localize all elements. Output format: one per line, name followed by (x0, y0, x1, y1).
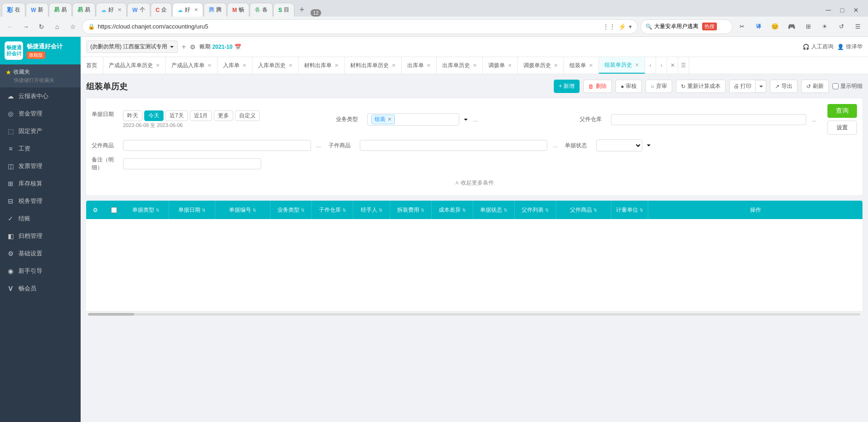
biz-type-more-icon[interactable]: ... (471, 116, 480, 123)
th-order-no[interactable]: 单据编号 ⇅ (215, 201, 270, 219)
period-settings[interactable]: ⚙ (190, 43, 196, 51)
custom-date-button[interactable]: 自定义 (235, 110, 260, 121)
service-button[interactable]: 🎧 人工咨询 (803, 43, 833, 51)
tab-prod-in[interactable]: 产成品入库单✕ (166, 57, 217, 74)
th-child-warehouse[interactable]: 子件仓库 ⇅ (312, 201, 353, 219)
browser-tab-1[interactable]: 彩 在 (2, 3, 25, 17)
th-order-date[interactable]: 单据日期 ⇅ (169, 201, 215, 219)
th-handler[interactable]: 经手人 ⇅ (353, 201, 390, 219)
calendar-icon[interactable]: 📅 (235, 44, 241, 50)
maximize-button[interactable]: □ (836, 4, 849, 17)
biz-type-input[interactable]: 组装 ✕ (367, 113, 459, 126)
tab-close-mat-out-history[interactable]: ✕ (392, 63, 396, 69)
favorites-sub-label[interactable]: 快捷键打开收藏夹 (6, 77, 75, 84)
tab-in-history[interactable]: 入库单历史✕ (252, 57, 299, 74)
th-cost-diff[interactable]: 成本差异 ⇅ (432, 201, 473, 219)
tab-close-assemble-history[interactable]: ✕ (554, 63, 558, 69)
th-unit[interactable]: 计量单位 ⇅ (611, 201, 648, 219)
filter-settings-button[interactable]: 设置 (827, 121, 857, 135)
tab-close-combine[interactable]: ✕ (589, 63, 593, 69)
tab-close-combine-history[interactable]: ✕ (635, 62, 639, 68)
parent-warehouse-more-icon[interactable]: ... (810, 116, 818, 123)
forward-button[interactable]: → (19, 20, 32, 33)
tab-close-5[interactable]: ✕ (117, 7, 122, 13)
show-detail-checkbox[interactable] (833, 83, 839, 89)
parent-goods-more-icon[interactable]: ... (315, 142, 323, 149)
user-profile-button[interactable]: 👤 徐泽华 (837, 43, 862, 51)
week-button[interactable]: 近7天 (165, 110, 188, 121)
bookmark-button[interactable]: ☆ (66, 20, 79, 33)
tab-prod-in-history[interactable]: 产成品入库单历史✕ (103, 57, 166, 74)
address-bar[interactable]: 🔒 https://cloud.chanjet.com/accounting/u… (82, 19, 638, 34)
browser-tab-6[interactable]: W 个 (127, 3, 150, 17)
tab-assemble[interactable]: 调拨单✕ (483, 57, 518, 74)
emoji-icon[interactable]: 😊 (768, 20, 781, 33)
th-settings[interactable]: ⚙ (86, 207, 105, 214)
tab-close-assemble[interactable]: ✕ (508, 63, 512, 69)
th-order-type[interactable]: 单据类型 ⇅ (123, 201, 169, 219)
sidebar-item-archive[interactable]: ◧ 归档管理 (0, 227, 81, 245)
print-button[interactable]: 🖨 打印 (730, 80, 756, 92)
tabs-prev-button[interactable]: ‹ (645, 57, 656, 74)
tabs-next-button[interactable]: › (656, 57, 667, 74)
order-status-select[interactable]: 草稿 已审核 (596, 139, 642, 151)
abandon-button[interactable]: ○ 弃审 (645, 80, 672, 93)
sidebar-item-vip[interactable]: V 畅会员 (0, 280, 81, 297)
yesterday-button[interactable]: 昨天 (123, 110, 142, 121)
close-button[interactable]: ✕ (850, 4, 862, 17)
tab-out-history[interactable]: 出库单历史✕ (437, 57, 483, 74)
browser-tab-2[interactable]: W 新 (26, 3, 48, 17)
sun-icon[interactable]: ☀ (818, 20, 831, 33)
month-button[interactable]: 近1月 (190, 110, 212, 121)
remove-biz-type-tag[interactable]: ✕ (387, 116, 392, 122)
tab-close-out-history[interactable]: ✕ (473, 63, 477, 69)
tab-close-in-history[interactable]: ✕ (288, 63, 293, 69)
sidebar-item-settings[interactable]: ⚙ 基础设置 (0, 245, 81, 262)
biz-type-dropdown-icon[interactable] (464, 119, 468, 121)
tabs-menu-button[interactable]: ☰ (678, 57, 689, 74)
back-button[interactable]: ← (4, 20, 17, 33)
parent-goods-input[interactable] (123, 140, 311, 151)
sidebar-item-inventory[interactable]: ⊞ 库存核算 (0, 175, 81, 192)
sidebar-item-guide[interactable]: ◉ 新手引导 (0, 262, 81, 280)
tab-close-out-order[interactable]: ✕ (427, 63, 431, 69)
new-tab-button[interactable]: + (295, 3, 309, 17)
print-dropdown-button[interactable] (756, 81, 766, 92)
parent-warehouse-input[interactable] (611, 114, 806, 125)
notes-input[interactable] (123, 158, 261, 169)
sidebar-item-payroll[interactable]: ≡ 工资 (0, 140, 81, 157)
tabs-close-button[interactable]: ✕ (667, 57, 678, 74)
sidebar-item-fixed-asset[interactable]: ⬚ 固定资产 (0, 122, 81, 140)
refresh-button[interactable]: ↻ (35, 20, 48, 33)
game-icon[interactable]: 🎮 (785, 20, 798, 33)
scissors-icon[interactable]: ✂ (735, 20, 748, 33)
audit-button[interactable]: ● 审核 (616, 80, 642, 93)
sidebar-item-invoice[interactable]: ◫ 发票管理 (0, 157, 81, 175)
add-button-area[interactable]: + (182, 43, 186, 51)
translate-icon[interactable]: 译 (752, 20, 765, 33)
browser-tab-8[interactable]: ☁ 好 ✕ (172, 3, 203, 17)
sidebar-item-checkout[interactable]: ✓ 结账 (0, 210, 81, 227)
export-button[interactable]: ↗ 导出 (770, 80, 798, 93)
sidebar-item-cloud-report[interactable]: ☁ 云报表中心 (0, 87, 81, 105)
tab-combine[interactable]: 组装单✕ (564, 57, 599, 74)
child-goods-input[interactable] (360, 140, 548, 151)
query-button[interactable]: 查询 (827, 104, 857, 118)
browser-tab-7[interactable]: C 企 (151, 3, 172, 17)
select-all-checkbox[interactable] (111, 207, 117, 213)
today-button[interactable]: 今天 (144, 110, 164, 121)
company-selector[interactable]: (勿删勿禁用) 江西服宝测试专用 (86, 40, 178, 53)
recalc-button[interactable]: ↻ 重新计算成本 (676, 80, 726, 93)
tab-close-prod-in-history[interactable]: ✕ (156, 63, 160, 69)
tab-in-order[interactable]: 入库单✕ (217, 57, 252, 74)
tab-close-in-order[interactable]: ✕ (242, 63, 246, 69)
child-goods-more-icon[interactable]: ... (551, 142, 559, 149)
address-dropdown-icon[interactable]: ▾ (629, 23, 632, 30)
undo-icon[interactable]: ↺ (835, 20, 848, 33)
horizontal-scrollbar[interactable] (86, 311, 862, 317)
browser-tab-5[interactable]: ☁ 好 ✕ (96, 3, 127, 17)
tab-mat-out-history[interactable]: 材料出库单历史✕ (345, 57, 402, 74)
tab-close-8[interactable]: ✕ (194, 7, 198, 13)
th-parent-goods[interactable]: 父件商品 ⇅ (556, 201, 611, 219)
th-disassemble-fee[interactable]: 拆装费用 ⇅ (390, 201, 432, 219)
